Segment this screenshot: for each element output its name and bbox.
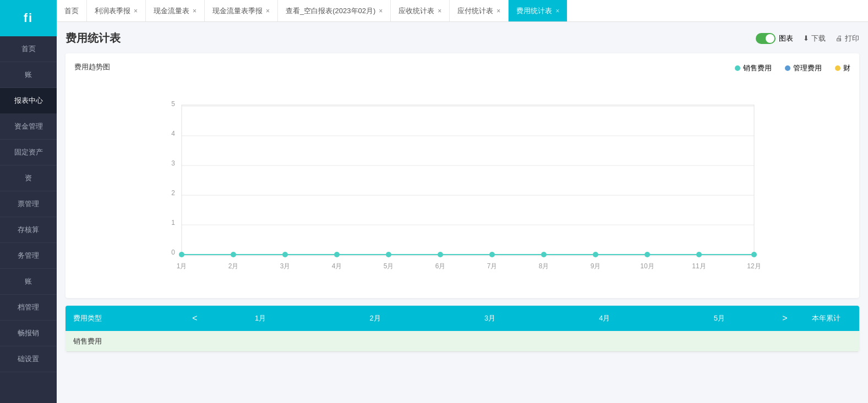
tab-home[interactable]: 首页 [57, 0, 87, 22]
svg-text:9月: 9月 [591, 262, 601, 270]
svg-text:6月: 6月 [435, 262, 446, 270]
legend-admin: 管理费用 [785, 63, 822, 73]
prev-arrow-button[interactable]: < [192, 313, 197, 323]
sidebar-logo: fi [0, 0, 57, 36]
svg-text:1月: 1月 [177, 262, 187, 270]
svg-text:4: 4 [171, 130, 175, 137]
trend-chart: 0 1 2 3 4 5 [74, 79, 850, 288]
tab-close-blank-report[interactable]: × [379, 7, 383, 15]
chart-title: 费用趋势图 [74, 62, 110, 72]
tab-profit-quarterly[interactable]: 利润表季报 × [87, 0, 146, 22]
svg-text:2月: 2月 [228, 262, 239, 270]
sidebar-item-resource[interactable]: 资 [0, 165, 57, 191]
legend-dot-finance [835, 65, 840, 71]
col-month-3: 3月 [433, 313, 547, 323]
sidebar: fi 首页 账 报表中心 资金管理 固定资产 资 票管理 存核算 务管理 账 档… [0, 0, 57, 403]
sidebar-item-funds[interactable]: 资金管理 [0, 114, 57, 140]
svg-point-15 [282, 252, 288, 257]
tab-close-payable[interactable]: × [496, 7, 500, 15]
legend-finance: 财 [835, 63, 850, 73]
col-month-4: 4月 [547, 313, 662, 323]
svg-point-13 [179, 252, 184, 257]
page-header: 费用统计表 图表 ⬇ 下载 🖨 打印 [65, 31, 859, 46]
svg-text:2: 2 [171, 189, 175, 197]
svg-point-23 [696, 252, 702, 257]
tab-blank-report[interactable]: 查看_空白报表(2023年02月) × [278, 0, 391, 22]
content-area: 费用统计表 图表 ⬇ 下载 🖨 打印 费用趋势图 [57, 22, 868, 403]
svg-point-16 [334, 252, 340, 257]
legend-dot-sales [735, 65, 740, 71]
col-next-arrow[interactable]: > [777, 313, 793, 323]
download-button[interactable]: ⬇ 下载 [803, 34, 826, 43]
table-row: 销售费用 [65, 331, 859, 352]
sidebar-item-account2[interactable]: 账 [0, 269, 57, 295]
legend-label-finance: 财 [843, 63, 850, 73]
legend-dot-admin [785, 65, 790, 71]
tab-close-expense-stats[interactable]: × [555, 7, 559, 15]
svg-point-18 [438, 252, 443, 257]
svg-text:12月: 12月 [747, 262, 761, 270]
sidebar-item-expense[interactable]: 畅报销 [0, 321, 57, 346]
sidebar-item-service[interactable]: 务管理 [0, 243, 57, 269]
tab-close-cashflow-quarterly[interactable]: × [266, 7, 270, 15]
svg-point-22 [645, 252, 650, 257]
header-actions: 图表 ⬇ 下载 🖨 打印 [756, 33, 859, 44]
svg-point-17 [386, 252, 391, 257]
legend-label-admin: 管理费用 [793, 63, 822, 73]
sidebar-item-settings[interactable]: 础设置 [0, 346, 57, 372]
sidebar-item-assets[interactable]: 固定资产 [0, 140, 57, 165]
col-prev-arrow[interactable]: < [187, 313, 203, 323]
sidebar-item-inventory[interactable]: 存核算 [0, 217, 57, 243]
svg-point-21 [593, 252, 598, 257]
chart-toggle-label: 图表 [779, 34, 793, 43]
col-total: 本年累计 [793, 313, 859, 323]
print-icon: 🖨 [836, 34, 843, 42]
legend-label-sales: 销售费用 [743, 63, 772, 73]
svg-text:8月: 8月 [539, 262, 549, 270]
svg-text:0: 0 [171, 249, 175, 256]
chart-area: 0 1 2 3 4 5 [74, 79, 850, 289]
sidebar-item-reports[interactable]: 报表中心 [0, 88, 57, 114]
legend-sales: 销售费用 [735, 63, 772, 73]
download-icon: ⬇ [803, 34, 809, 42]
col-month-2: 2月 [318, 313, 432, 323]
sidebar-item-account[interactable]: 账 [0, 62, 57, 88]
svg-text:3: 3 [171, 159, 175, 167]
tab-payable[interactable]: 应付统计表 × [450, 0, 509, 22]
tab-close-receivable[interactable]: × [438, 7, 441, 15]
svg-point-24 [751, 252, 757, 257]
svg-point-19 [489, 252, 495, 257]
sidebar-item-home[interactable]: 首页 [0, 36, 57, 62]
svg-text:5: 5 [171, 100, 175, 108]
tab-close-profit-quarterly[interactable]: × [134, 7, 138, 15]
svg-text:3月: 3月 [280, 262, 291, 270]
tab-receivable[interactable]: 应收统计表 × [391, 0, 450, 22]
tab-bar: 首页 利润表季报 × 现金流量表 × 现金流量表季报 × 查看_空白报表(202… [57, 0, 868, 22]
svg-point-14 [231, 252, 236, 257]
table-header: 费用类型 < 1月 2月 3月 4月 5月 > 本年累计 [65, 306, 859, 331]
sidebar-item-invoice[interactable]: 票管理 [0, 191, 57, 217]
chart-toggle[interactable] [756, 33, 776, 44]
print-button[interactable]: 🖨 打印 [836, 34, 859, 43]
col-month-1: 1月 [203, 313, 318, 323]
chart-legend: 销售费用 管理费用 财 [735, 63, 850, 73]
svg-text:5月: 5月 [384, 262, 394, 270]
svg-text:10月: 10月 [640, 262, 654, 270]
col-type: 费用类型 [65, 313, 187, 323]
expense-table: 费用类型 < 1月 2月 3月 4月 5月 > 本年累计 销售费用 [65, 306, 859, 352]
tab-close-cashflow[interactable]: × [193, 7, 196, 15]
svg-text:4月: 4月 [332, 262, 342, 270]
row-type-label: 销售费用 [65, 336, 187, 346]
sidebar-item-archive[interactable]: 档管理 [0, 295, 57, 321]
chart-card: 费用趋势图 销售费用 管理费用 财 [65, 53, 859, 298]
svg-text:7月: 7月 [487, 262, 498, 270]
tab-cashflow[interactable]: 现金流量表 × [146, 0, 205, 22]
next-arrow-button[interactable]: > [782, 313, 787, 323]
svg-rect-12 [182, 105, 754, 256]
svg-text:1: 1 [171, 219, 175, 227]
tab-expense-stats[interactable]: 费用统计表 × [509, 0, 567, 22]
tab-cashflow-quarterly[interactable]: 现金流量表季报 × [205, 0, 278, 22]
svg-text:11月: 11月 [692, 262, 706, 270]
chart-toggle-wrap: 图表 [756, 33, 793, 44]
page-title: 费用统计表 [65, 31, 121, 46]
